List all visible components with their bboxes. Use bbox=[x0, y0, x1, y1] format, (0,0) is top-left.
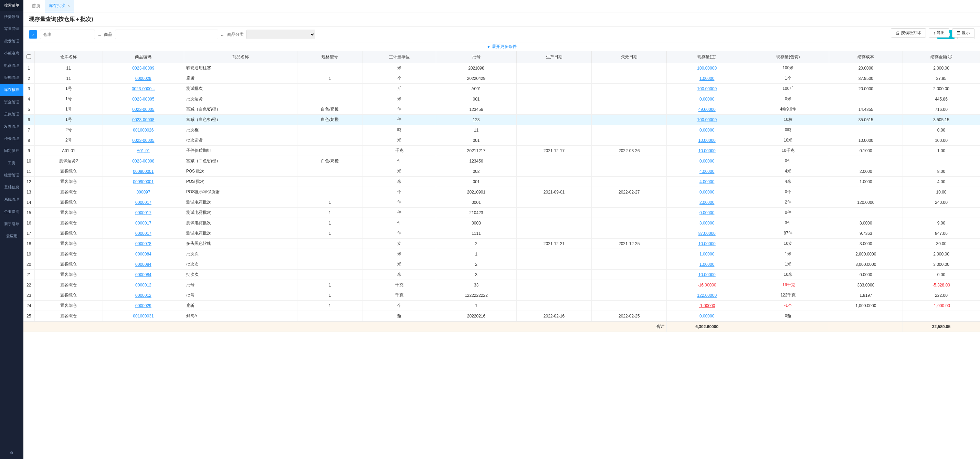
row-qty-main[interactable]: 122.00000 bbox=[667, 290, 747, 301]
row-code[interactable]: 000900001 bbox=[103, 166, 184, 177]
tab-inventory-batch[interactable]: 库存批次 × bbox=[45, 0, 74, 13]
sidebar-item-fixed-assets[interactable]: 固定资产 bbox=[0, 145, 24, 157]
header-actions: 🖨 按模板打印 ↑ 导出 ☰ 显示 bbox=[891, 28, 975, 38]
sidebar-item-ecommerce-small[interactable]: 小额电商 bbox=[0, 47, 24, 59]
row-code[interactable]: 0023-0000... bbox=[103, 84, 184, 94]
row-batch: 11 bbox=[436, 125, 517, 135]
row-cost: 333.0000 bbox=[829, 280, 902, 290]
row-code[interactable]: 000900001 bbox=[103, 177, 184, 187]
row-code[interactable]: 0000084 bbox=[103, 259, 184, 269]
sidebar-item-tax[interactable]: 税务管理 bbox=[0, 132, 24, 145]
sidebar-item-invoice[interactable]: 发票管理 bbox=[0, 121, 24, 132]
goods-filter[interactable] bbox=[115, 30, 218, 39]
row-qty-main[interactable]: -1.00000 bbox=[667, 301, 747, 311]
row-qty-main[interactable]: 100.00000 bbox=[667, 115, 747, 125]
row-qty-main[interactable]: 1.00000 bbox=[667, 259, 747, 269]
row-code[interactable]: 0000012 bbox=[103, 280, 184, 290]
row-code[interactable]: 000097 bbox=[103, 187, 184, 197]
tab-home[interactable]: 首页 bbox=[27, 0, 45, 13]
row-qty-main[interactable]: 49.60000 bbox=[667, 104, 747, 115]
row-qty-main[interactable]: 10.00000 bbox=[667, 239, 747, 249]
filter-nav-arrow[interactable]: › bbox=[29, 30, 37, 38]
row-code[interactable]: 0023-00009 bbox=[103, 63, 184, 73]
sidebar-item-collab[interactable]: 企业协同 bbox=[0, 206, 24, 218]
sidebar-item-salary[interactable]: 工资 bbox=[0, 157, 24, 169]
filter-dots1: ... bbox=[98, 32, 101, 37]
row-qty-main[interactable]: 10.00000 bbox=[667, 269, 747, 280]
row-code[interactable]: 0000029 bbox=[103, 73, 184, 84]
sidebar-item-ecommerce[interactable]: 电商管理 bbox=[0, 60, 24, 72]
row-qty-main[interactable]: 10.00000 bbox=[667, 135, 747, 146]
row-qty-main[interactable]: 4.00000 bbox=[667, 177, 747, 187]
page-title: 现存量查询(按仓库＋批次) bbox=[29, 16, 975, 23]
row-code[interactable]: 0000017 bbox=[103, 228, 184, 239]
row-expire bbox=[592, 84, 667, 94]
row-qty-main[interactable]: 0.00000 bbox=[667, 156, 747, 166]
row-code[interactable]: 0023-00008 bbox=[103, 156, 184, 166]
row-code[interactable]: 0000084 bbox=[103, 249, 184, 259]
sidebar-item-nav[interactable]: 快捷导航 bbox=[0, 11, 24, 23]
row-qty-pkg: 100米 bbox=[747, 63, 829, 73]
row-prod bbox=[516, 177, 591, 187]
sidebar-item-retail[interactable]: 零售管理 bbox=[0, 23, 24, 35]
sidebar-item-cloud[interactable]: 云应用 bbox=[0, 230, 24, 242]
sidebar-settings[interactable]: ⚙ bbox=[0, 447, 24, 459]
sidebar-item-guide[interactable]: 新手引导 bbox=[0, 218, 24, 230]
tab-bar: 首页 库存批次 × bbox=[24, 0, 980, 13]
row-qty-main[interactable]: 87.00000 bbox=[667, 228, 747, 239]
row-qty-main[interactable]: 4.00000 bbox=[667, 166, 747, 177]
expand-more-button[interactable]: ▼ 展开更多条件 bbox=[487, 44, 517, 49]
sidebar-item-wholesale[interactable]: 批发管理 bbox=[0, 35, 24, 47]
export-button[interactable]: ↑ 导出 bbox=[929, 28, 949, 38]
sidebar-item-ledger[interactable]: 总账管理 bbox=[0, 108, 24, 120]
row-code[interactable]: 0000017 bbox=[103, 208, 184, 218]
row-qty-main[interactable]: 0.00000 bbox=[667, 187, 747, 197]
category-filter[interactable] bbox=[247, 30, 315, 39]
row-code[interactable]: 0000012 bbox=[103, 290, 184, 301]
select-all-checkbox[interactable] bbox=[27, 54, 31, 59]
sidebar-logo[interactable]: 搜索菜单 bbox=[0, 0, 24, 11]
toggle-button[interactable]: ☰ 显示 bbox=[952, 28, 975, 38]
sidebar-item-inventory[interactable]: 库存核算 bbox=[0, 84, 24, 96]
sidebar-item-operations[interactable]: 经营管理 bbox=[0, 169, 24, 181]
row-qty-main[interactable]: 3.00000 bbox=[667, 218, 747, 228]
table-row: 20置客综仓0000084批次次米21.000001米3,000.00003,0… bbox=[24, 259, 980, 269]
row-qty-main[interactable]: 0.00000 bbox=[667, 94, 747, 104]
tab-close-icon[interactable]: × bbox=[67, 3, 70, 8]
row-qty-main[interactable]: 10.00000 bbox=[667, 146, 747, 156]
row-qty-main[interactable]: 1.00000 bbox=[667, 73, 747, 84]
row-code[interactable]: 0023-00005 bbox=[103, 104, 184, 115]
row-code[interactable]: 001000026 bbox=[103, 125, 184, 135]
category-filter-label: 商品分类 bbox=[227, 32, 244, 38]
sidebar-item-system[interactable]: 系统管理 bbox=[0, 193, 24, 206]
col-checkbox[interactable] bbox=[24, 51, 34, 63]
row-code[interactable]: 0000084 bbox=[103, 269, 184, 280]
row-no: 4 bbox=[24, 94, 34, 104]
row-qty-main[interactable]: 2.00000 bbox=[667, 197, 747, 208]
row-qty-main[interactable]: 100.00000 bbox=[667, 84, 747, 94]
row-qty-main[interactable]: 1.00000 bbox=[667, 249, 747, 259]
sidebar-item-purchase[interactable]: 采购管理 bbox=[0, 72, 24, 84]
row-qty-main[interactable]: 0.00000 bbox=[667, 311, 747, 322]
sidebar-item-basic-info[interactable]: 基础信息 bbox=[0, 181, 24, 193]
row-spec: 1 bbox=[298, 218, 363, 228]
row-code[interactable]: 0000017 bbox=[103, 218, 184, 228]
row-qty-main[interactable]: 0.00000 bbox=[667, 208, 747, 218]
sidebar-item-finance[interactable]: 资金管理 bbox=[0, 96, 24, 108]
print-button[interactable]: 🖨 按模板打印 bbox=[891, 28, 926, 38]
row-prod bbox=[516, 135, 591, 146]
row-code[interactable]: 0023-00008 bbox=[103, 115, 184, 125]
row-code[interactable]: 001000031 bbox=[103, 311, 184, 322]
row-code[interactable]: A01-01 bbox=[103, 146, 184, 156]
row-qty-main[interactable]: 100.00000 bbox=[667, 63, 747, 73]
row-code[interactable]: 0023-00005 bbox=[103, 135, 184, 146]
warehouse-filter[interactable] bbox=[40, 30, 95, 39]
row-amount: 3,000.00 bbox=[902, 259, 980, 269]
row-no: 15 bbox=[24, 208, 34, 218]
row-code[interactable]: 0000017 bbox=[103, 197, 184, 208]
row-code[interactable]: 0000029 bbox=[103, 301, 184, 311]
row-code[interactable]: 0000078 bbox=[103, 239, 184, 249]
row-code[interactable]: 0023-00005 bbox=[103, 94, 184, 104]
row-qty-main[interactable]: -16.00000 bbox=[667, 280, 747, 290]
row-qty-main[interactable]: 0.00000 bbox=[667, 125, 747, 135]
